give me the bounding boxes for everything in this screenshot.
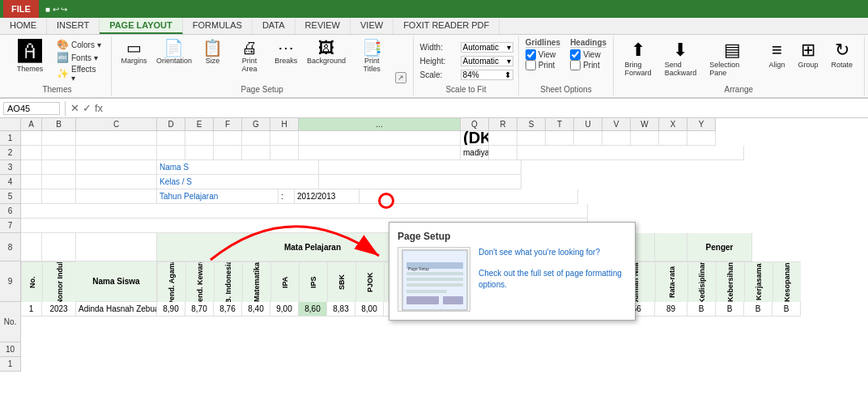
formula-input[interactable] bbox=[106, 103, 865, 114]
cell-b4[interactable] bbox=[42, 175, 76, 189]
cell-reference-input[interactable] bbox=[3, 102, 60, 115]
scale-spinner[interactable]: 84%⬍ bbox=[461, 70, 513, 80]
cell-sbk[interactable]: SBK bbox=[327, 261, 355, 302]
cell-t1[interactable] bbox=[546, 131, 574, 146]
cell-s1-kebersihan[interactable]: B bbox=[716, 302, 744, 317]
group-button[interactable]: ⊞ Group bbox=[793, 38, 823, 70]
cell-v1[interactable] bbox=[602, 131, 631, 146]
cell-s1-mat[interactable]: 8,40 bbox=[242, 302, 270, 317]
cell-f2[interactable] bbox=[214, 146, 242, 160]
cell-x1[interactable] bbox=[659, 131, 687, 146]
cell-kedisiplinan[interactable]: Kedisiplinan bbox=[687, 261, 716, 302]
confirm-icon[interactable]: ✓ bbox=[83, 102, 91, 114]
cell-dkn[interactable]: (DKN) bbox=[461, 131, 489, 146]
cell-s1-pjok[interactable]: 8,00 bbox=[355, 302, 384, 317]
cancel-icon[interactable]: ✕ bbox=[70, 102, 79, 114]
page-setup-help-link[interactable]: Check out the full set of page formattin… bbox=[479, 268, 627, 291]
cell-kelas[interactable]: Kelas / S bbox=[157, 175, 319, 189]
cell-s1[interactable] bbox=[517, 131, 546, 146]
cell-kebersihan[interactable]: Kebersihan bbox=[716, 261, 744, 302]
fonts-button[interactable]: 🔤 Fonts ▾ bbox=[53, 51, 104, 64]
cell-g1[interactable] bbox=[242, 131, 270, 146]
print-area-button[interactable]: 🖨 Print Area bbox=[231, 38, 269, 74]
cell-no-h[interactable]: No. bbox=[21, 261, 42, 302]
cell-s1-pend-kewarg[interactable]: 8,70 bbox=[185, 302, 214, 317]
height-dropdown[interactable]: Automatic▾ bbox=[461, 56, 513, 66]
themes-button[interactable]: 🅰 Themes bbox=[10, 38, 50, 74]
cell-nama[interactable]: Nama S bbox=[157, 160, 319, 175]
tab-insert[interactable]: INSERT bbox=[47, 18, 100, 34]
cell-s1-pend-agama[interactable]: 8,90 bbox=[157, 302, 185, 317]
cell-nomor-h[interactable]: Nomor Induk bbox=[42, 261, 76, 302]
gridlines-view-check[interactable] bbox=[525, 49, 536, 60]
cell-matematika[interactable]: Matematika bbox=[242, 261, 270, 302]
tab-foxit[interactable]: FOXIT READER PDF bbox=[394, 18, 500, 34]
print-titles-button[interactable]: 📑 Print Titles bbox=[352, 38, 392, 74]
cell-b2[interactable] bbox=[42, 146, 76, 160]
cell-h2[interactable] bbox=[270, 146, 299, 160]
cell-d2[interactable] bbox=[157, 146, 185, 160]
selection-pane-button[interactable]: ▤ Selection Pane bbox=[704, 38, 760, 79]
cell-pend-agama[interactable]: Pend. Agama bbox=[157, 261, 185, 302]
cell-rest3[interactable] bbox=[319, 160, 521, 175]
file-button[interactable]: FILE bbox=[3, 0, 39, 18]
cell-rata-h8[interactable] bbox=[655, 233, 687, 261]
cell-f1[interactable] bbox=[214, 131, 242, 146]
cell-pjok[interactable]: PJOK bbox=[355, 261, 384, 302]
cell-b3[interactable] bbox=[42, 160, 76, 175]
cell-nama-h[interactable]: Nama Siswa bbox=[76, 261, 157, 302]
align-button[interactable]: ≡ Align bbox=[764, 38, 789, 70]
cell-c8[interactable] bbox=[76, 233, 157, 261]
cell-b-indonesia[interactable]: B. Indonesia bbox=[214, 261, 242, 302]
cell-c3[interactable] bbox=[76, 160, 157, 175]
cell-d1[interactable] bbox=[157, 131, 185, 146]
cell-a2[interactable] bbox=[21, 146, 42, 160]
colors-button[interactable]: 🎨 Colors ▾ bbox=[53, 38, 104, 51]
cell-s1-kesopanan[interactable]: B bbox=[772, 302, 801, 317]
headings-view-check[interactable] bbox=[570, 49, 581, 60]
cell-a3[interactable] bbox=[21, 160, 42, 175]
cell-s1-rata-rata[interactable]: 89 bbox=[655, 302, 687, 317]
cell-u1[interactable] bbox=[574, 131, 602, 146]
cell-rest4[interactable] bbox=[319, 175, 521, 189]
cell-a5[interactable] bbox=[21, 189, 42, 204]
cell-s1-b-indo[interactable]: 8,76 bbox=[214, 302, 242, 317]
cell-mid2[interactable] bbox=[299, 146, 461, 160]
tab-data[interactable]: DATA bbox=[253, 18, 296, 34]
cell-a1[interactable] bbox=[21, 131, 42, 146]
cell-g2[interactable] bbox=[242, 146, 270, 160]
cell-h1[interactable] bbox=[270, 131, 299, 146]
cell-penger-h8[interactable]: Penger bbox=[687, 233, 752, 261]
cell-kerjasama[interactable]: Kerjasama bbox=[744, 261, 772, 302]
cell-r2[interactable] bbox=[489, 146, 517, 160]
cell-e1[interactable] bbox=[185, 131, 214, 146]
cell-wide2[interactable] bbox=[517, 146, 744, 160]
cell-mid1[interactable] bbox=[299, 131, 461, 146]
breaks-button[interactable]: ⋯ Breaks bbox=[271, 38, 300, 66]
cell-school[interactable]: madiyah Gunungsitoli bbox=[461, 146, 489, 160]
cell-b5[interactable] bbox=[42, 189, 76, 204]
cell-ips[interactable]: IPS bbox=[299, 261, 327, 302]
cell-kesopanan[interactable]: Kesopanan bbox=[772, 261, 801, 302]
cell-b1[interactable] bbox=[42, 131, 76, 146]
effects-button[interactable]: ✨ Effects ▾ bbox=[53, 64, 104, 83]
cell-c5[interactable] bbox=[76, 189, 157, 204]
cell-ipa[interactable]: IPA bbox=[270, 261, 299, 302]
margins-button[interactable]: ▭ Margins bbox=[118, 38, 150, 66]
cell-b8[interactable] bbox=[42, 233, 76, 261]
tab-formulas[interactable]: FORMULAS bbox=[183, 18, 253, 34]
cell-a8[interactable] bbox=[21, 233, 42, 261]
cell-no-1[interactable]: 1 bbox=[21, 302, 42, 317]
cell-s1-sbk[interactable]: 8,83 bbox=[327, 302, 355, 317]
background-button[interactable]: 🖼 Background bbox=[304, 38, 348, 66]
cell-pend-kewarg[interactable]: Pend. Kewarg. bbox=[185, 261, 214, 302]
cell-rata-rata-h[interactable]: Rata-rata bbox=[655, 261, 687, 302]
tab-review[interactable]: REVIEW bbox=[296, 18, 351, 34]
cell-s1-ipa[interactable]: 9,00 bbox=[270, 302, 299, 317]
cell-a4[interactable] bbox=[21, 175, 42, 189]
cell-nama-1[interactable]: Adinda Hasnah Zebua bbox=[76, 302, 157, 317]
cell-rest5[interactable] bbox=[360, 189, 578, 204]
cell-row6[interactable] bbox=[21, 204, 588, 219]
cell-s1-kerjasama[interactable]: B bbox=[744, 302, 772, 317]
cell-y1[interactable] bbox=[687, 131, 716, 146]
